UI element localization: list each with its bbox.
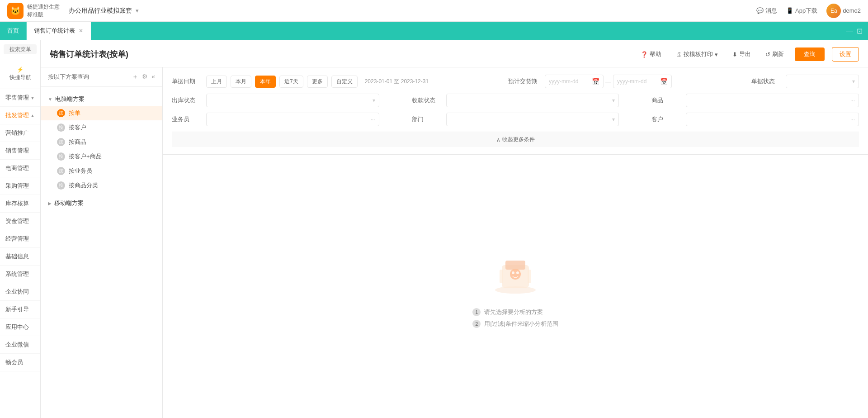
wholesale-arrow-icon: ▲ (30, 113, 35, 118)
collapse-arrow-icon: ∧ (496, 137, 500, 143)
salesperson-label: 业务员 (172, 115, 199, 124)
sidebar-item-newbie[interactable]: 新手引导 (0, 301, 40, 318)
customer-more-icon: ··· (850, 116, 855, 123)
tab-close-icon[interactable]: ✕ (79, 28, 83, 34)
tab-maximize-icon[interactable]: ⊡ (857, 27, 863, 35)
tab-home-label: 首页 (7, 27, 19, 35)
empty-hint-1: 1 请先选择要分析的方案 (472, 308, 558, 316)
date-btn-last-7-days[interactable]: 近7天 (279, 76, 303, 88)
sidebar-item-sales[interactable]: 销售管理 (0, 142, 40, 160)
query-button[interactable]: 查询 (795, 48, 825, 61)
panel-settings-btn[interactable]: ⚙ (142, 73, 148, 81)
tree-item-by-customer-product[interactable]: 按 按客户+商品 (41, 149, 162, 164)
refresh-button[interactable]: ↺ 刷新 (762, 48, 788, 60)
sidebar-ecommerce-label: 电商管理 (5, 164, 29, 172)
tab-controls: — ⊡ (840, 22, 868, 40)
department-select[interactable]: ▾ (446, 113, 619, 126)
sidebar-purchase-label: 采购管理 (5, 182, 29, 190)
left-panel-title: 按以下方案查询 (48, 73, 89, 81)
page-title: 销售订单统计表(按单) (50, 49, 128, 60)
date-buttons-group: 上月 本月 本年 近7天 更多 自定义 (206, 76, 358, 88)
sidebar-wechat-label: 企业微信 (5, 341, 29, 349)
date-btn-this-year[interactable]: 本年 (255, 76, 276, 88)
order-status-arrow: ▾ (852, 78, 855, 85)
tree-item-by-order-label: 按单 (69, 109, 80, 117)
settings-button[interactable]: 设置 (832, 47, 859, 62)
tab-sales-order-stats[interactable]: 销售订单统计表 ✕ (27, 22, 91, 40)
sidebar-item-quick-nav[interactable]: ⚡ 快捷导航 (0, 63, 40, 85)
date-range-display: 2023-01-01 至 2023-12-31 (365, 78, 429, 86)
logo-area: 🐱 畅捷通好生意 标准版 (7, 3, 60, 19)
retail-arrow-icon: ▼ (30, 95, 35, 100)
messages-button[interactable]: 💬 消息 (756, 7, 777, 15)
header-dropdown-icon[interactable]: ▾ (136, 7, 139, 14)
date-btn-last-month[interactable]: 上月 (206, 76, 227, 88)
sidebar-search-area (0, 40, 40, 59)
sidebar-item-purchase[interactable]: 采购管理 (0, 177, 40, 195)
sidebar-item-member[interactable]: 畅会员 (0, 354, 40, 371)
sidebar-item-finance[interactable]: 资金管理 (0, 213, 40, 230)
expected-date-end[interactable]: yyyy-mm-dd 📅 (613, 75, 672, 88)
expected-date-start[interactable]: yyyy-mm-dd 📅 (545, 75, 604, 88)
customer-select[interactable]: ··· (686, 113, 859, 126)
salesperson-select[interactable]: ··· (206, 113, 379, 126)
refresh-icon: ↺ (765, 51, 770, 58)
tree-item-by-order[interactable]: 按 按单 (41, 106, 162, 120)
right-content: 单据日期 上月 本月 本年 近7天 更多 自定义 2023-01-01 至 20… (163, 67, 868, 418)
product-select[interactable]: ··· (686, 94, 859, 107)
tree-item-by-customer[interactable]: 按 按客户 (41, 120, 162, 135)
sidebar-item-basic[interactable]: 基础信息 (0, 248, 40, 266)
export-button[interactable]: ⬇ 导出 (729, 48, 755, 60)
tree-group-desktop-header[interactable]: ▼ 电脑端方案 (41, 92, 162, 106)
content-split: 按以下方案查询 ＋ ⚙ « ▼ 电脑端方案 按 (41, 67, 868, 418)
page-title-row: 销售订单统计表(按单) ❓ 帮助 🖨 按模板打印 ▾ ⬇ 导出 (50, 47, 859, 62)
tab-home[interactable]: 首页 (0, 22, 27, 40)
tree-item-by-product-icon: 按 (57, 138, 65, 146)
left-panel: 按以下方案查询 ＋ ⚙ « ▼ 电脑端方案 按 (41, 67, 163, 418)
sidebar-item-business[interactable]: 经营管理 (0, 230, 40, 248)
tree-item-by-customer-label: 按客户 (69, 124, 86, 132)
help-button[interactable]: ❓ 帮助 (637, 48, 665, 60)
date-btn-this-month[interactable]: 本月 (231, 76, 251, 88)
user-profile[interactable]: Ea demo2 (826, 4, 861, 18)
top-header: 🐱 畅捷通好生意 标准版 办公用品行业模拟账套 ▾ 💬 消息 📱 App下载 E… (0, 0, 868, 22)
help-label: 帮助 (650, 50, 661, 58)
panel-add-btn[interactable]: ＋ (132, 73, 138, 81)
shipment-status-arrow: ▾ (373, 97, 375, 104)
sidebar-item-wholesale[interactable]: 批发管理 ▲ (0, 107, 40, 124)
tree-item-by-salesperson[interactable]: 按 按业务员 (41, 164, 162, 178)
order-status-select[interactable]: ▾ (786, 75, 859, 88)
receipt-status-select[interactable]: ▾ (446, 94, 619, 107)
print-dropdown-icon: ▾ (715, 51, 718, 58)
collapse-filters-button[interactable]: ∧ 收起更多条件 (172, 132, 859, 147)
header-center: 办公用品行业模拟账套 ▾ (60, 7, 756, 15)
receipt-status-arrow: ▾ (612, 97, 615, 104)
tree-group-mobile-arrow: ▶ (48, 201, 52, 206)
tree-group-mobile-header[interactable]: ▶ 移动端方案 (41, 196, 162, 210)
tree-group-desktop-arrow: ▼ (48, 97, 52, 102)
shipment-status-select[interactable]: ▾ (206, 94, 379, 107)
hint-num-2: 2 (472, 320, 481, 328)
tab-minimize-icon[interactable]: — (846, 27, 853, 35)
panel-collapse-btn[interactable]: « (151, 73, 155, 81)
sidebar-item-marketing[interactable]: 营销推广 (0, 124, 40, 142)
tree-item-by-product[interactable]: 按 按商品 (41, 135, 162, 149)
date-btn-custom[interactable]: 自定义 (331, 76, 358, 88)
sidebar-item-enterprise[interactable]: 企业协同 (0, 283, 40, 301)
collapse-label: 收起更多条件 (502, 136, 535, 143)
sidebar-item-ecommerce[interactable]: 电商管理 (0, 160, 40, 177)
tree-item-by-customer-icon: 按 (57, 124, 65, 132)
hint-text-1: 请先选择要分析的方案 (484, 308, 543, 316)
search-input[interactable] (4, 44, 37, 54)
panel-tools: ＋ ⚙ « (132, 73, 155, 81)
sidebar-item-system[interactable]: 系统管理 (0, 266, 40, 283)
sidebar-item-inventory[interactable]: 库存核算 (0, 195, 40, 213)
date-btn-more[interactable]: 更多 (307, 76, 328, 88)
sidebar-item-apps[interactable]: 应用中心 (0, 318, 40, 336)
sidebar-item-retail[interactable]: 零售管理 ▼ (0, 89, 40, 107)
tree-item-by-product-category[interactable]: 按 按商品分类 (41, 178, 162, 193)
app-download-button[interactable]: 📱 App下载 (786, 7, 817, 15)
print-button[interactable]: 🖨 按模板打印 ▾ (672, 48, 722, 60)
tree-item-by-product-category-label: 按商品分类 (69, 181, 98, 190)
sidebar-item-wechat[interactable]: 企业微信 (0, 336, 40, 354)
